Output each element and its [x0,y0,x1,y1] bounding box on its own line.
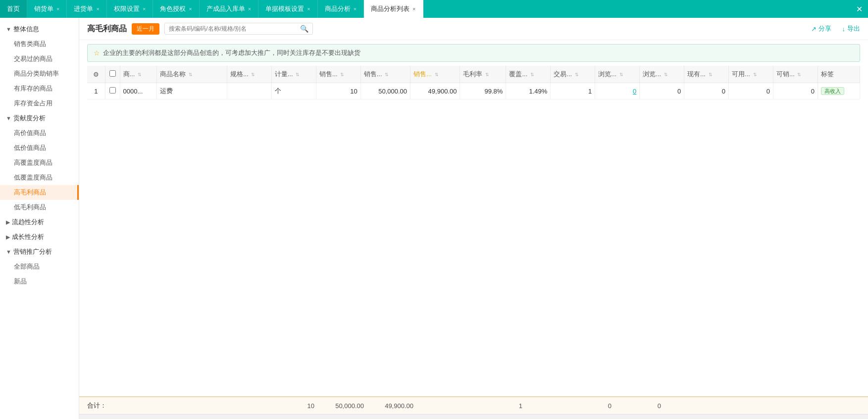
col-name[interactable]: 商品名称 ⇅ [157,66,227,83]
cell-code: 0000... [120,83,157,99]
window-close-button[interactable]: ✕ [850,0,868,18]
nav-purchase-order[interactable]: 进货单 × [67,0,106,18]
col-checkbox[interactable] [105,66,120,83]
col-current-stock[interactable]: 现有... ⇅ [684,66,729,83]
search-input[interactable] [169,25,300,32]
sidebar-item-new-goods[interactable]: 新品 [0,274,79,289]
nav-role-auth[interactable]: 角色授权 × [153,0,199,18]
footer-sales-amount: 50,000.00 [324,402,364,410]
sort-icon: ⇅ [797,72,801,77]
close-icon[interactable]: × [56,6,59,12]
sidebar-group-contribution[interactable]: ▼ 贡献度分析 [0,111,79,126]
cell-gross-margin: 99.8% [460,83,506,99]
close-icon[interactable]: × [189,6,192,12]
sidebar-item-all-goods[interactable]: 全部商品 [0,259,79,274]
sort-icon: ⇅ [189,72,193,77]
sidebar-group-growth[interactable]: ▶ 成长性分析 [0,230,79,244]
sort-icon: ⇅ [485,72,489,77]
nav-product-analysis-list[interactable]: 商品分析列表 × [364,0,423,18]
info-icon: ☆ [94,49,100,57]
export-button[interactable]: ↓ 导出 [842,24,861,33]
nav-finished-goods[interactable]: 产成品入库单 × [200,0,258,18]
sidebar-item-in-stock[interactable]: 有库存的商品 [0,81,79,96]
col-code[interactable]: 商... ⇅ [120,66,157,83]
col-tag[interactable]: 标签 [817,66,860,83]
cell-sales-profit: 49,900.00 [410,83,460,99]
cell-browse1[interactable]: 0 [595,83,640,99]
cell-index: 1 [87,83,105,99]
settings-icon: ⚙ [90,71,102,78]
footer-available-stock: 0 [621,402,661,410]
nav-template-setting[interactable]: 单据模板设置 × [258,0,317,18]
table-row: 1 0000... 运费 个 10 50,000.00 49,900.00 99… [87,83,860,99]
col-settings[interactable]: ⚙ [87,66,105,83]
export-icon: ↓ [842,25,846,33]
col-transaction[interactable]: 交易... ⇅ [551,66,595,83]
horizontal-scrollbar[interactable] [79,414,868,419]
select-all-checkbox[interactable] [109,70,116,77]
filter-period-button[interactable]: 近一月 [132,23,159,35]
close-icon[interactable]: × [143,6,146,12]
sidebar-item-high-margin[interactable]: 高毛利商品 [0,185,79,200]
chevron-down-icon: ▼ [6,26,11,32]
sort-icon: ⇅ [530,72,534,77]
close-icon[interactable]: × [412,6,415,12]
col-browse2[interactable]: 浏览... ⇅ [640,66,684,83]
nav-permission-setting[interactable]: 权限设置 × [107,0,153,18]
col-available-stock[interactable]: 可用... ⇅ [729,66,773,83]
cell-checkbox[interactable] [105,83,120,99]
close-icon[interactable]: × [354,6,357,12]
sidebar-item-high-coverage[interactable]: 高覆盖度商品 [0,155,79,170]
sort-icon: ⇅ [753,72,757,77]
nav-sales-order[interactable]: 销货单 × [27,0,67,18]
sidebar-group-flow[interactable]: ▶ 流趋性分析 [0,215,79,230]
sidebar-item-low-coverage[interactable]: 低覆盖度商品 [0,170,79,185]
sidebar-item-low-margin[interactable]: 低毛利商品 [0,200,79,215]
sort-icon: ⇅ [251,72,255,77]
search-box: 🔍 [164,23,313,35]
cell-tag: 高收入 [817,83,860,99]
col-sales-amount[interactable]: 销售... ⇅ [360,66,410,83]
data-table: ⚙ 商... ⇅ 商品名称 ⇅ [87,66,860,99]
col-unit[interactable]: 计量... ⇅ [271,66,316,83]
table-header-row: ⚙ 商... ⇅ 商品名称 ⇅ [87,66,860,83]
nav-product-analysis[interactable]: 商品分析 × [318,0,364,18]
sidebar-item-stock-capital[interactable]: 库存资金占用 [0,96,79,111]
col-browse1[interactable]: 浏览... ⇅ [595,66,640,83]
sort-icon: ⇅ [709,72,713,77]
chevron-down-icon: ▼ [6,115,11,121]
cell-name: 运费 [157,83,227,99]
footer-sales-qty: 10 [275,402,314,410]
col-gross-margin[interactable]: 毛利率 ⇅ [460,66,506,83]
col-sales-qty[interactable]: 销售... ⇅ [316,66,360,83]
sidebar-item-sales-goods[interactable]: 销售类商品 [0,37,79,51]
sort-icon: ⇅ [435,72,439,77]
close-icon[interactable]: × [248,6,251,12]
sort-icon: ⇅ [575,72,579,77]
sidebar-item-traded-goods[interactable]: 交易过的商品 [0,51,79,66]
col-spec[interactable]: 规格... ⇅ [227,66,271,83]
sidebar-group-marketing[interactable]: ▼ 营销推广分析 [0,244,79,259]
main-layout: ▼ 整体信息 销售类商品 交易过的商品 商品分类助销率 有库存的商品 库存资金占… [0,18,868,419]
footer-label: 合计： [87,401,106,410]
data-table-container[interactable]: ⚙ 商... ⇅ 商品名称 ⇅ [79,66,868,396]
sidebar-group-overall[interactable]: ▼ 整体信息 [0,22,79,37]
chevron-right-icon: ▶ [6,234,10,240]
close-icon[interactable]: × [96,6,99,12]
col-saleable-stock[interactable]: 可销... ⇅ [773,66,817,83]
row-checkbox[interactable] [109,87,116,93]
tag-badge: 高收入 [821,87,844,95]
chevron-right-icon: ▶ [6,219,10,226]
sort-icon: ⇅ [296,72,300,77]
col-coverage[interactable]: 覆盖... ⇅ [506,66,551,83]
nav-home[interactable]: 首页 [0,0,27,18]
close-icon[interactable]: × [307,6,310,12]
sidebar-item-category-rate[interactable]: 商品分类助销率 [0,66,79,81]
info-banner: ☆ 企业的主要的利润都是这部分商品创造的，可考虑加大推广，同时关注库存是不要出现… [87,44,860,62]
share-button[interactable]: ↗ 分享 [811,24,831,33]
sidebar-item-low-value[interactable]: 低价值商品 [0,140,79,155]
sidebar-item-high-value[interactable]: 高价值商品 [0,126,79,140]
sort-icon: ⇅ [138,72,142,77]
cell-transaction: 1 [551,83,595,99]
col-sales-profit[interactable]: 销售... ⇅ [410,66,460,83]
